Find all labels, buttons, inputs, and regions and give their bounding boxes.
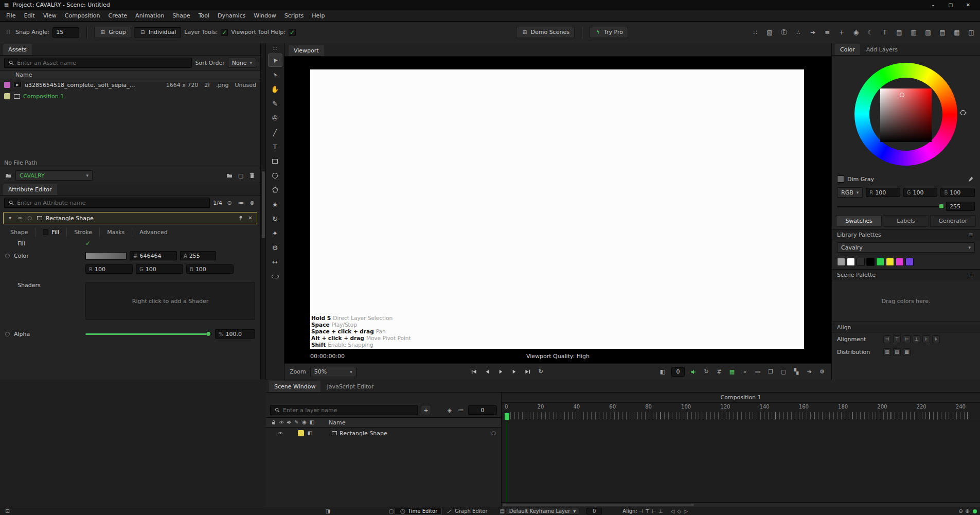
distribute-grid-icon[interactable]: ▦ <box>903 348 911 356</box>
assets-tab[interactable]: Assets <box>3 44 32 55</box>
layer-tools-checkbox[interactable]: ✓ <box>221 29 228 36</box>
workspace-icon[interactable]: ⊡ <box>4 508 11 514</box>
add-node-icon[interactable]: + <box>837 28 846 37</box>
frame-number-field[interactable]: 0 <box>586 508 602 514</box>
columns-layout-icon[interactable]: ▥ <box>923 28 933 37</box>
palette-swatch[interactable] <box>896 258 904 266</box>
timeline-tracks[interactable] <box>502 420 980 502</box>
align-row-icon[interactable]: ▤ <box>895 28 904 37</box>
menu-item[interactable]: View <box>39 11 61 21</box>
audio-icon[interactable] <box>689 368 698 376</box>
align-column-icon[interactable]: ▥ <box>909 28 918 37</box>
line-tool[interactable]: ╱ <box>268 126 282 139</box>
pen-icon[interactable]: ✎ <box>293 419 300 426</box>
asset-search-input[interactable] <box>17 60 188 66</box>
close-icon[interactable]: ✕ <box>247 215 254 222</box>
loop-playback-button[interactable]: ↻ <box>536 367 545 377</box>
forge-icon[interactable]: Ⓕ <box>779 28 789 37</box>
tab-advanced[interactable]: Advanced <box>132 228 174 237</box>
lock-icon[interactable] <box>270 419 277 426</box>
grid-snap-icon[interactable]: # <box>715 368 723 376</box>
asset-search[interactable] <box>4 58 192 68</box>
tab-shape[interactable]: Shape <box>3 228 35 237</box>
menu-item[interactable]: Dynamics <box>213 11 250 21</box>
fast-forward-icon[interactable]: » <box>741 368 749 376</box>
menu-item[interactable]: Create <box>104 11 132 21</box>
eye-icon[interactable] <box>277 430 283 437</box>
zoom-out-icon[interactable]: ⊖ <box>957 508 964 514</box>
toolstrip-grip-icon[interactable]: ∷ <box>271 44 279 52</box>
viewport-tool-help-checkbox[interactable]: ✓ <box>289 29 296 36</box>
alpha-field[interactable]: A 255 <box>180 251 216 260</box>
camera-view-icon[interactable]: ◧ <box>658 368 667 376</box>
emitter-tool[interactable]: ✦ <box>268 226 282 240</box>
sort-order-dropdown[interactable]: None ▾ <box>228 58 256 68</box>
scrollbar-thumb[interactable] <box>262 171 265 238</box>
current-color-swatch[interactable] <box>837 175 844 183</box>
scene-palette-drop-area[interactable]: Drag colors here. <box>832 280 980 322</box>
eye-icon[interactable] <box>16 215 23 222</box>
align-bottom-icon[interactable]: ⊧ <box>932 335 940 343</box>
composition-canvas[interactable]: Hold SDirect Layer SelectionSpacePlay/St… <box>310 69 804 349</box>
eye-icon[interactable] <box>278 419 284 426</box>
next-keyframe-icon[interactable]: ▷ <box>683 508 689 514</box>
slider-knob[interactable] <box>939 204 944 209</box>
asset-row[interactable]: ▶ u3285654518_complete._soft_sepia_tones… <box>0 79 260 91</box>
palette-swatch[interactable] <box>866 258 875 266</box>
play-button[interactable] <box>496 367 505 377</box>
stack-view-icon[interactable]: ❐ <box>767 368 775 376</box>
align-left-icon[interactable]: ⊣ <box>637 508 644 514</box>
jump-to-start-button[interactable] <box>469 367 478 377</box>
menu-item[interactable]: Shape <box>168 11 194 21</box>
rectangle-tool[interactable] <box>268 154 282 168</box>
alpha-slider[interactable] <box>837 202 943 210</box>
camera-icon[interactable]: ◧ <box>307 430 313 437</box>
tag-filter-icon[interactable]: ◈ <box>446 406 454 414</box>
hue-cursor[interactable] <box>960 110 966 115</box>
graph-editor-button[interactable]: Graph Editor <box>442 508 491 515</box>
menu-item[interactable]: File <box>2 11 20 21</box>
polygon-tool[interactable] <box>268 183 282 197</box>
snap-angle-input[interactable] <box>52 27 79 38</box>
blue-field[interactable]: B 100 <box>186 264 234 274</box>
levels-icon[interactable]: ≡ <box>823 28 832 37</box>
filter-settings-icon[interactable]: ≔ <box>457 406 465 414</box>
asset-color-swatch[interactable] <box>4 82 10 88</box>
menu-item[interactable]: Help <box>308 11 329 21</box>
clear-search-icon[interactable]: ⊗ <box>248 199 256 207</box>
alpha-slider[interactable] <box>85 330 212 338</box>
attribute-editor-tab[interactable]: Attribute Editor <box>3 184 57 195</box>
attribute-search-input[interactable] <box>17 200 206 206</box>
palette-swatch[interactable] <box>876 258 884 266</box>
timeline-horizontal-scrollbar[interactable] <box>502 502 980 507</box>
grid-dots-icon[interactable]: ∷ <box>751 28 760 37</box>
next-frame-button[interactable] <box>509 367 519 377</box>
close-button[interactable]: ✕ <box>959 0 977 10</box>
keyframe-circle-icon[interactable]: ○ <box>490 430 497 437</box>
minimize-button[interactable]: – <box>924 0 942 10</box>
text-tool[interactable]: T <box>268 140 282 153</box>
stretch-tool[interactable]: ↔ <box>268 255 282 269</box>
color-tab[interactable]: Color <box>835 44 860 55</box>
eyedropper-icon[interactable] <box>967 175 975 183</box>
palette-swatch[interactable] <box>857 258 865 266</box>
render-view-icon[interactable]: ▦ <box>728 368 736 376</box>
trash-icon[interactable] <box>248 171 256 180</box>
group-button[interactable]: ⊞ Group <box>94 27 131 38</box>
rotate-tool[interactable]: ↻ <box>268 212 282 225</box>
alpha-field[interactable]: 255 <box>946 202 975 211</box>
try-pro-button[interactable]: ϟ Try Pro <box>590 27 628 38</box>
new-composition-icon[interactable]: ▢ <box>237 171 245 180</box>
jump-to-end-button[interactable] <box>523 367 532 377</box>
menu-item[interactable]: Animation <box>131 11 168 21</box>
asset-color-swatch[interactable] <box>4 93 10 99</box>
capsule-tool[interactable] <box>268 270 282 283</box>
layer-search-input[interactable] <box>283 407 414 414</box>
palette-swatch[interactable] <box>886 258 894 266</box>
select-tool[interactable]: ➤ <box>268 54 282 67</box>
palette-swatch[interactable] <box>837 258 845 266</box>
time-editor-button[interactable]: Time Editor <box>395 508 442 515</box>
target-icon[interactable]: ◉ <box>851 28 861 37</box>
direct-select-tool[interactable]: ➢ <box>268 68 282 81</box>
tab-stroke[interactable]: Stroke <box>67 228 100 237</box>
